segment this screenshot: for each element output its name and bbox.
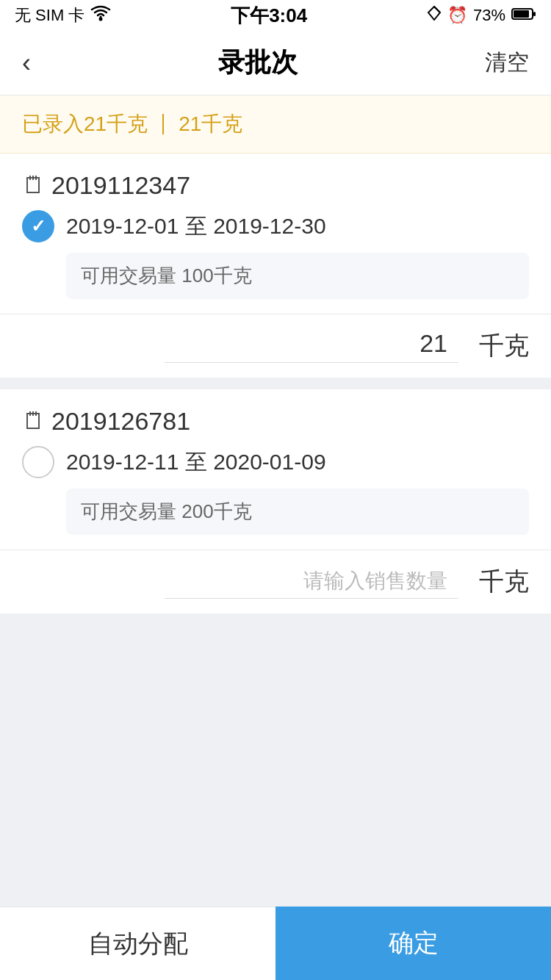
batch-radio-2[interactable]	[22, 446, 54, 478]
wifi-icon	[90, 5, 111, 26]
qty-input-2[interactable]	[165, 565, 458, 594]
batch-item-2: 🗒 2019126781 2019-12-11 至 2020-01-09 可用交…	[0, 389, 551, 550]
qty-input-line-2	[165, 565, 458, 599]
qty-input-line-1	[165, 329, 458, 363]
batch-radio-1[interactable]	[22, 210, 54, 242]
batch-date-1: 2019-12-01 至 2019-12-30	[66, 212, 326, 242]
banner-divider	[162, 114, 164, 134]
content-wrapper: 已录入21千克 21千克 🗒 2019112347 2019-12-01 至 2…	[0, 96, 551, 971]
batch-item-1: 🗒 2019112347 2019-12-01 至 2019-12-30 可用交…	[0, 154, 551, 314]
recorded-label: 已录入21千克	[22, 110, 148, 138]
batch-qty-box-1: 可用交易量 100千克	[66, 253, 529, 299]
svg-rect-3	[533, 12, 536, 16]
batch-date-2: 2019-12-11 至 2020-01-09	[66, 447, 326, 478]
status-time: 下午3:04	[231, 3, 307, 29]
batch-id-2: 2019126781	[51, 407, 190, 436]
alarm-icon: ⏰	[447, 6, 467, 25]
batch-qty-text-1: 可用交易量 100千克	[81, 264, 252, 287]
auto-distribute-button[interactable]: 自动分配	[0, 907, 276, 980]
sim-status: 无 SIM 卡	[15, 4, 84, 26]
svg-point-0	[99, 18, 103, 21]
info-banner: 已录入21千克 21千克	[0, 96, 551, 154]
nav-bar: ‹ 录批次 清空	[0, 31, 551, 96]
batch-qty-text-2: 可用交易量 200千克	[81, 500, 252, 522]
batch-doc-icon-2: 🗒	[22, 408, 46, 435]
input-row-2: 千克	[0, 550, 551, 613]
batch-header-1: 🗒 2019112347	[22, 171, 529, 200]
bottom-bar: 自动分配 确定	[0, 907, 551, 980]
batch-date-row-1: 2019-12-01 至 2019-12-30	[22, 210, 529, 242]
batch-header-2: 🗒 2019126781	[22, 407, 529, 436]
location-icon	[427, 5, 442, 26]
page-title: 录批次	[218, 45, 298, 81]
unit-label-1: 千克	[479, 329, 529, 363]
batch-date-row-2: 2019-12-11 至 2020-01-09	[22, 446, 529, 478]
battery-icon	[511, 6, 536, 25]
battery-percent: 73%	[473, 6, 505, 25]
status-right: ⏰ 73%	[427, 5, 536, 26]
confirm-button[interactable]: 确定	[276, 907, 551, 980]
recorded-value: 21千克	[179, 110, 242, 138]
status-bar: 无 SIM 卡 下午3:04 ⏰ 73%	[0, 0, 551, 31]
unit-label-2: 千克	[479, 565, 529, 599]
status-left: 无 SIM 卡	[15, 4, 111, 26]
qty-input-1[interactable]	[165, 329, 458, 358]
batch-doc-icon-1: 🗒	[22, 172, 46, 199]
back-button[interactable]: ‹	[22, 48, 31, 79]
clear-button[interactable]: 清空	[485, 48, 529, 78]
input-row-1: 千克	[0, 314, 551, 378]
svg-rect-2	[514, 10, 529, 18]
batch-id-1: 2019112347	[51, 171, 190, 200]
batch-qty-box-2: 可用交易量 200千克	[66, 489, 529, 535]
section-separator	[0, 378, 551, 389]
